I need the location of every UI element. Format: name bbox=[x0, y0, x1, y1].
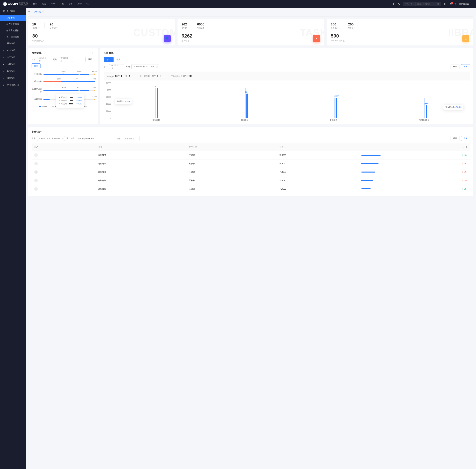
search-box: 手机号码▾ bbox=[404, 2, 441, 6]
stat-select[interactable]: 按工单客户经理统计 bbox=[76, 136, 109, 141]
dept-select[interactable]: 请选择部门 bbox=[109, 64, 124, 69]
mobile-icon[interactable] bbox=[444, 3, 447, 5]
query-button[interactable]: 查询 bbox=[461, 64, 470, 69]
bar-group: 29000 bbox=[334, 98, 337, 118]
user-name[interactable]: manager11 bbox=[459, 3, 469, 5]
bar-chart: 0100002000030000400005000043000350002900… bbox=[104, 83, 470, 121]
sidebar-item[interactable]: 销售主管看板 bbox=[0, 27, 26, 34]
rank-dept-select[interactable]: 请选择部门 bbox=[123, 136, 139, 141]
svg-line-2 bbox=[439, 4, 439, 5]
seg-tab[interactable]: 个人 bbox=[114, 57, 123, 62]
reset-button[interactable]: 重置 bbox=[85, 57, 94, 62]
sidebar-item[interactable]: 推广主管看板 bbox=[0, 21, 26, 27]
side-group-data[interactable]: 数据看板 ⌃ bbox=[0, 8, 26, 15]
stat-card: TASK262领取数6000可领取数6262今日任务✓ bbox=[177, 19, 324, 45]
nav-item[interactable]: 报名 bbox=[86, 2, 91, 5]
stat: 平均通话时长02:10:19 bbox=[171, 75, 193, 78]
nav-item[interactable]: 数据 bbox=[33, 2, 37, 5]
rank-badge: 3 bbox=[34, 170, 38, 174]
x-label: 有效接通次数 bbox=[419, 119, 429, 121]
date-range[interactable]: 2018/01/08至2018/01/08 bbox=[131, 64, 159, 69]
sidebar-icon: ▽ bbox=[3, 42, 5, 45]
bell-icon[interactable]: 5 bbox=[450, 3, 452, 5]
sidebar-icon: ◉ bbox=[3, 63, 5, 66]
user-icon[interactable] bbox=[392, 3, 395, 5]
sidebar-item[interactable]: 公司看板 bbox=[0, 15, 26, 21]
seg-tab[interactable]: 部门 bbox=[104, 57, 114, 62]
query-button[interactable]: 查询 bbox=[32, 64, 40, 68]
rank-table: 排名部门客户经理业绩环比 1销售四部王嘟嘟¥19020↑10%2销售四部王嘟嘟¥… bbox=[32, 143, 470, 193]
table-header: 客户经理 bbox=[186, 143, 277, 151]
tab[interactable]: 公司看板✕ bbox=[32, 10, 45, 14]
sidebar-item[interactable]: ◉访客分析 bbox=[0, 61, 26, 68]
goal-row: 业绩目标¥4000¥6000¥7000 bbox=[32, 73, 94, 76]
target-select[interactable]: 请选择目标 bbox=[37, 57, 51, 62]
hamburger-icon[interactable]: ☰ bbox=[28, 11, 30, 14]
comm-panel: 沟通效率 ⛶ 部门个人 部门 请选择部门 日期 2018/01/08至2018/… bbox=[100, 48, 473, 124]
sidebar-item[interactable]: ↗推广分析 bbox=[0, 54, 26, 61]
query-button[interactable]: 查询 bbox=[461, 136, 470, 141]
rank-badge: 4 bbox=[34, 179, 38, 182]
chart-tooltip: 有效接通率：70.9% bbox=[443, 105, 463, 110]
search-icon[interactable] bbox=[435, 3, 441, 5]
chevron-down-icon[interactable]: ▾ bbox=[472, 3, 473, 5]
card-icon: ⌂ bbox=[462, 35, 469, 42]
logo[interactable]: 云朵CRM 教育机构一站 式服务云平台 bbox=[3, 2, 28, 6]
close-icon[interactable]: ✕ bbox=[42, 11, 44, 13]
change-badge: ↓12% bbox=[398, 180, 467, 182]
reset-button[interactable]: 重置 bbox=[451, 136, 459, 141]
sidebar-item[interactable]: ⊞销售分析 bbox=[0, 75, 26, 82]
nav-item[interactable]: 线索 bbox=[42, 2, 46, 5]
header: 云朵CRM 教育机构一站 式服务云平台 数据线索客户公海财务运营报名 手机号码▾ bbox=[0, 0, 476, 8]
sidebar-item[interactable]: ⟳数据流转记录 bbox=[0, 82, 26, 89]
svg-point-0 bbox=[393, 3, 394, 4]
goal-row: 有效呼出目标300050007000 bbox=[32, 88, 94, 93]
rank-date-range[interactable]: 2018/01/08至2018/01/08 bbox=[37, 136, 65, 141]
sidebar-item[interactable]: 客户经理看板 bbox=[0, 34, 26, 40]
table-header: 排名 bbox=[32, 143, 95, 151]
table-row: 3销售四部王嘟嘟¥19020↓12% bbox=[32, 168, 470, 176]
x-label: 拨打次数 bbox=[153, 119, 160, 121]
rank-panel: 业绩排行 日期 2018/01/08至2018/01/08 统计方式 按工单客户… bbox=[28, 127, 473, 196]
phone-icon[interactable] bbox=[398, 3, 400, 5]
card-icon: ✓ bbox=[313, 35, 320, 42]
svg-rect-5 bbox=[3, 11, 5, 12]
legend-item: 已完成 bbox=[39, 105, 48, 108]
nav-item[interactable]: 财务 bbox=[68, 2, 73, 5]
chart-tooltip: 接通率：70.9% bbox=[115, 99, 132, 104]
sidebar-icon: ⟳ bbox=[3, 84, 5, 86]
sidebar-item[interactable]: ⊕渠道分析 bbox=[0, 68, 26, 75]
logo-text: 云朵CRM bbox=[8, 2, 18, 5]
nav-item[interactable]: 公海 bbox=[59, 2, 64, 5]
sidebar-item[interactable]: ⊙成本分析 bbox=[0, 47, 26, 54]
stat-card: IIBRA300回库客户200放弃客户500今日即将回库数⌂ bbox=[327, 19, 473, 45]
card-icon: 👤 bbox=[164, 35, 171, 42]
change-badge: ↓12% bbox=[398, 171, 467, 173]
reset-button[interactable]: 重置 bbox=[451, 64, 459, 69]
sidebar: 数据看板 ⌃ 公司看板推广主管看板销售主管看板客户经理看板 ▽漏斗分析⊙成本分析… bbox=[0, 8, 26, 469]
stat-card: CUSTOM10有效客户20通话客户30今日首咨客户👤 bbox=[28, 19, 175, 45]
nav-item[interactable]: 客户 bbox=[51, 2, 55, 5]
table-row: 4销售四部王嘟嘟¥19020↓12% bbox=[32, 176, 470, 185]
expand-icon[interactable]: ⛶ bbox=[92, 52, 94, 54]
change-badge: ↑10% bbox=[398, 154, 467, 156]
bar-group: 43000 bbox=[155, 88, 158, 118]
expand-icon[interactable]: ⛶ bbox=[468, 52, 470, 54]
rank-badge: 5 bbox=[34, 187, 38, 191]
search-input[interactable] bbox=[415, 3, 435, 5]
comm-title: 沟通效率 bbox=[104, 51, 114, 54]
sidebar-item[interactable]: ▽漏斗分析 bbox=[0, 40, 26, 47]
table-row: 2销售四部王嘟嘟¥19020↓12% bbox=[32, 159, 470, 168]
chevron-up-icon: ⌃ bbox=[22, 11, 23, 12]
table-header bbox=[359, 143, 395, 151]
period-select[interactable]: 请选择周期 bbox=[59, 57, 73, 62]
badge-count: 5 bbox=[451, 2, 453, 4]
table-row: 5销售四部王嘟嘟¥19020↑10% bbox=[32, 185, 470, 193]
page-tabs: ☰ 公司看板✕ bbox=[28, 8, 473, 17]
nav-item[interactable]: 运营 bbox=[77, 2, 82, 5]
goals-panel: 目标达成 ⛶ 目标 请选择目标 周期 请选择周期 重置 查询 业绩目标¥4000… bbox=[28, 48, 98, 124]
x-label: 有效通话 bbox=[330, 119, 337, 121]
stat: 通话时长02:10:19 bbox=[107, 74, 130, 78]
search-type-select[interactable]: 手机号码▾ bbox=[404, 2, 415, 6]
goal-row: 呼出目标300050007000 bbox=[32, 80, 94, 83]
